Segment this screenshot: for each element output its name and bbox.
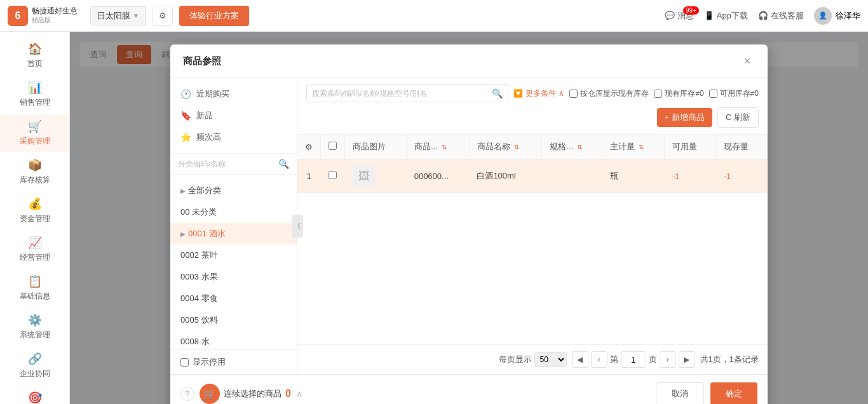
- tab-new-label: 新品: [196, 110, 213, 121]
- sidebar-item-basic-info[interactable]: 📋 基础信息: [0, 269, 69, 307]
- nonzero-available-checkbox[interactable]: [709, 90, 717, 98]
- prev-page-button[interactable]: ‹: [591, 351, 607, 368]
- tab-new-products[interactable]: 🔖 新品: [170, 105, 297, 126]
- confirm-button[interactable]: 确定: [710, 382, 757, 404]
- cancel-button[interactable]: 取消: [656, 382, 704, 404]
- settings-gear-button[interactable]: ⚙: [153, 6, 173, 26]
- sidebar-label-system: 系统管理: [20, 330, 50, 340]
- page-label: 第: [610, 354, 618, 365]
- category-item-0002[interactable]: 0002 茶叶: [170, 245, 297, 266]
- category-item-0005[interactable]: 0005 饮料: [170, 309, 297, 331]
- first-page-button[interactable]: ◀: [572, 351, 588, 368]
- online-service-nav-item[interactable]: 🎧 在线客服: [758, 10, 804, 22]
- tab-recent-label: 近期购买: [196, 88, 229, 100]
- cart-count: 0: [285, 388, 291, 400]
- guide-icon: 🎯: [28, 391, 42, 404]
- category-item-0003[interactable]: 0003 水果: [170, 266, 297, 288]
- row-unit: 瓶: [602, 159, 665, 193]
- tab-recent-purchase[interactable]: 🕐 近期购买: [170, 83, 297, 105]
- app-download-nav-item[interactable]: 📱 App下载: [704, 10, 748, 22]
- cart-icon: 🛒: [200, 384, 220, 404]
- checkbox-nonzero-available[interactable]: 可用库存≠0: [709, 88, 759, 99]
- inventory-icon: 📦: [28, 158, 42, 172]
- category-item-0001[interactable]: ▶ 0001 酒水: [170, 223, 297, 245]
- col-image: 商品图片: [345, 135, 407, 159]
- logo-line2: 精品版: [32, 16, 78, 25]
- page-unit: 页: [649, 354, 657, 365]
- main-layout: 🏠 首页 📊 销售管理 🛒 采购管理 📦 库存核算 💰 资金管理 📈 经营管理 …: [0, 32, 868, 404]
- logo-text-block: 畅捷通好生意 精品版: [32, 6, 78, 25]
- modal-close-button[interactable]: ×: [740, 53, 755, 69]
- product-search-input[interactable]: [312, 89, 488, 98]
- sidebar-item-inventory[interactable]: 📦 库存核算: [0, 153, 69, 191]
- col-unit[interactable]: 主计量 ⇅: [602, 135, 665, 159]
- left-panel-collapse-button[interactable]: 《: [292, 215, 303, 238]
- more-filter-button[interactable]: 🔽 更多条件 ∧: [513, 88, 564, 99]
- category-item-0004[interactable]: 0004 零食: [170, 288, 297, 309]
- row-checkbox[interactable]: [329, 171, 337, 179]
- home-icon: 🏠: [28, 42, 42, 56]
- select-all-checkbox[interactable]: [329, 142, 337, 150]
- cart-area[interactable]: 🛒 连续选择的商品 0: [200, 384, 291, 404]
- sidebar-item-system[interactable]: ⚙️ 系统管理: [0, 308, 69, 346]
- sidebar-item-purchase[interactable]: 🛒 采购管理: [0, 114, 69, 152]
- table-row[interactable]: 1 🖼 000600... 白酒100ml: [297, 159, 768, 193]
- page-size-select[interactable]: 10 20 50 100: [534, 352, 567, 367]
- by-warehouse-checkbox[interactable]: [569, 90, 578, 98]
- filter-arrow: ∧: [559, 89, 564, 98]
- checkbox-by-warehouse[interactable]: 按仓库显示现有库存: [569, 88, 649, 99]
- col-settings[interactable]: ⚙: [297, 135, 321, 159]
- row-image-cell: 🖼: [345, 159, 407, 193]
- logo-area: 6 畅捷通好生意 精品版: [8, 6, 84, 26]
- col-spec[interactable]: 规格... ⇅: [542, 135, 602, 159]
- show-disabled-checkbox[interactable]: [180, 358, 189, 367]
- mobile-icon: 📱: [704, 11, 714, 20]
- message-icon: 💬: [665, 11, 675, 20]
- trial-button[interactable]: 体验行业方案: [179, 6, 249, 26]
- sidebar-label-basic: 基础信息: [20, 291, 50, 302]
- footer-collapse-icon[interactable]: ∧: [296, 389, 302, 399]
- sidebar-item-finance[interactable]: 💰 资金管理: [0, 192, 69, 229]
- sidebar-item-sales[interactable]: 📊 销售管理: [0, 76, 69, 113]
- col-code[interactable]: 商品... ⇅: [407, 135, 470, 159]
- category-search-input[interactable]: [178, 159, 275, 168]
- nonzero-stock-checkbox[interactable]: [654, 90, 662, 98]
- product-thumbnail: 🖼: [353, 165, 376, 187]
- col-name[interactable]: 商品名称 ⇅: [469, 135, 541, 159]
- sort-spec-icon: ⇅: [577, 144, 582, 151]
- footer-right: 取消 确定: [656, 382, 757, 404]
- last-page-button[interactable]: ▶: [679, 351, 695, 368]
- tab-frequent-label: 频次高: [196, 131, 221, 143]
- sidebar-item-home[interactable]: 🏠 首页: [0, 37, 69, 74]
- category-item-all[interactable]: ▶ 全部分类: [170, 180, 297, 201]
- row-name: 白酒100ml: [469, 159, 541, 193]
- help-icon-button[interactable]: ?: [180, 387, 194, 401]
- tab-frequent[interactable]: ⭐ 频次高: [170, 126, 297, 148]
- product-search-icon[interactable]: 🔍: [492, 88, 503, 98]
- col-available[interactable]: 可用量: [665, 135, 716, 159]
- purchase-icon: 🛒: [28, 119, 42, 133]
- row-stock: -1: [716, 159, 768, 193]
- category-label-0002: 0002 茶叶: [180, 250, 218, 261]
- checkbox-nonzero-stock[interactable]: 现有库存≠0: [654, 88, 703, 99]
- headset-icon: 🎧: [758, 11, 768, 20]
- store-selector[interactable]: 日太阳膜 ▼: [90, 6, 146, 25]
- sidebar-item-guide[interactable]: 🎯 新手引导: [0, 386, 69, 404]
- category-item-0008[interactable]: 0008 水: [170, 331, 297, 349]
- page-number-input[interactable]: [621, 351, 646, 368]
- next-page-button[interactable]: ›: [660, 351, 676, 368]
- category-item-00[interactable]: 00 未分类: [170, 201, 297, 223]
- row-checkbox-cell[interactable]: [321, 159, 345, 193]
- user-info[interactable]: 👤 徐泽华: [814, 7, 860, 25]
- sort-code-icon: ⇅: [442, 144, 447, 151]
- modal-body: 🕐 近期购买 🔖 新品 ⭐ 频次高: [170, 78, 768, 374]
- toolbar-right: + 新增商品 C 刷新: [657, 107, 759, 128]
- sidebar-item-enterprise[interactable]: 🔗 企业协同: [0, 347, 69, 384]
- message-nav-item[interactable]: 💬 消息 99+: [665, 10, 694, 22]
- right-panel: 🔍 🔽 更多条件 ∧ 按仓库显示现有库存: [297, 78, 768, 374]
- sidebar-item-operations[interactable]: 📈 经营管理: [0, 231, 69, 268]
- category-search-icon[interactable]: 🔍: [278, 159, 289, 169]
- user-avatar: 👤: [814, 7, 832, 25]
- refresh-button[interactable]: C 刷新: [717, 107, 759, 128]
- add-product-button[interactable]: + 新增商品: [657, 108, 712, 127]
